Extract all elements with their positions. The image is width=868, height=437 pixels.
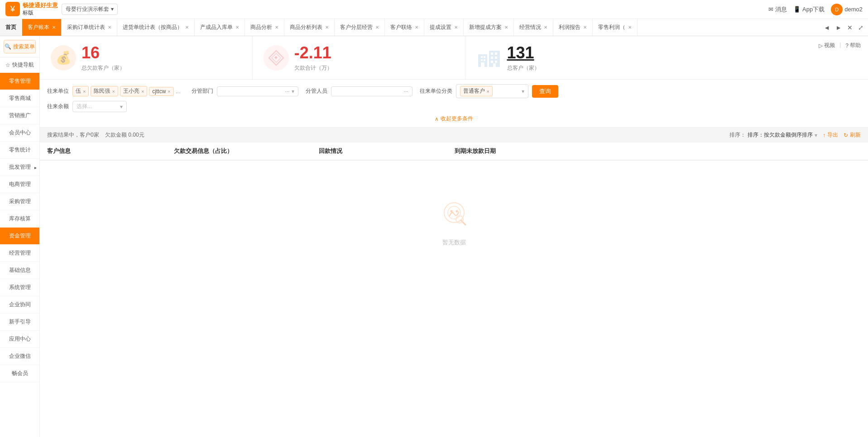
sidebar-item-finance-mgmt[interactable]: 资金管理: [0, 228, 39, 245]
remove-tag-common-customer[interactable]: ×: [487, 89, 489, 94]
tab-close-icon[interactable]: ✕: [504, 25, 508, 30]
stats-banner: 💰 16 总欠款客户（家）: [40, 36, 868, 80]
tab-customer-tier[interactable]: 客户分层经营 ✕: [335, 19, 385, 36]
tab-product-analysis-list[interactable]: 商品分析列表 ✕: [284, 19, 335, 36]
stat-debt-customers: 💰 16 总欠款客户（家）: [40, 36, 253, 79]
app-download-btn[interactable]: 📱 App下载: [793, 5, 825, 14]
tab-close-icon[interactable]: ✕: [235, 25, 239, 30]
sidebar-item-basic-info[interactable]: 基础信息: [0, 262, 39, 279]
category-filter-select[interactable]: 普通客户 × ▾: [456, 84, 528, 98]
tab-close-icon[interactable]: ✕: [628, 25, 632, 30]
export-btn[interactable]: ↑ 导出: [823, 131, 838, 139]
tab-product-analysis[interactable]: 商品分析 ✕: [245, 19, 284, 36]
more-icon: ···: [285, 88, 290, 95]
tab-close-icon[interactable]: ✕: [415, 25, 418, 30]
tab-add-promotion[interactable]: 新增提成方案 ✕: [464, 19, 514, 36]
tab-purchase-stats-by-product[interactable]: 进货单统计表（按商品） ✕: [117, 19, 195, 36]
col-due-date: 到期未放款日期: [455, 147, 861, 155]
results-bar: 搜索结果中，客户0家 欠款金额 0.00元 排序： 排序：按欠款金额倒序排序 ▾…: [40, 128, 868, 142]
search-menu-button[interactable]: 🔍 搜索菜单: [4, 40, 36, 53]
tab-next-icon[interactable]: ►: [834, 23, 844, 32]
tab-close-icon[interactable]: ✕: [185, 25, 189, 30]
building-icon: [477, 48, 501, 68]
unit-filter-tags: 伍 × 陈民强 × 王小亮 × cjttcw × ...: [72, 86, 181, 96]
tab-expand-icon[interactable]: ⤢: [856, 23, 865, 32]
sidebar-item-retail-mall[interactable]: 零售商城: [0, 90, 39, 107]
tab-close-icon[interactable]: ✕: [108, 25, 111, 30]
user-avatar-btn[interactable]: D demo2: [831, 4, 863, 15]
tab-close-icon[interactable]: ✕: [583, 25, 587, 30]
sidebar-item-vip-member[interactable]: 畅会员: [0, 365, 39, 382]
tab-close-icon[interactable]: ✕: [375, 25, 379, 30]
sidebar-item-enterprise-wechat[interactable]: 企业微信: [0, 348, 39, 365]
person-filter-select[interactable]: ···: [331, 86, 412, 96]
tab-close-icon[interactable]: ✕: [454, 25, 458, 30]
svg-rect-6: [481, 59, 483, 61]
remove-tag-chen[interactable]: ×: [112, 89, 115, 94]
sidebar-item-member-center[interactable]: 会员中心: [0, 124, 39, 142]
tab-customer-balance[interactable]: 客户账本 ✕: [22, 19, 62, 36]
top-bar: ¥ 畅捷通好生意 标版 母婴行业演示帐套 ▾ ✉ 消息 📱 App下载 D de…: [0, 0, 868, 19]
tab-close-icon[interactable]: ✕: [325, 25, 329, 30]
svg-rect-8: [481, 62, 484, 67]
sort-select[interactable]: 排序： 排序：按欠款金额倒序排序 ▾: [729, 131, 817, 139]
sidebar-item-retail-mgmt[interactable]: 零售管理: [0, 73, 39, 90]
help-btn[interactable]: ? 帮助: [845, 42, 861, 49]
enterprise-select[interactable]: 母婴行业演示帐套 ▾: [62, 4, 118, 15]
empty-illustration: [436, 197, 472, 233]
col-repayment: 回款情况: [319, 147, 455, 155]
col-debt-info: 欠款交易信息（占比）: [174, 147, 319, 155]
sidebar-item-beginner-guide[interactable]: 新手引导: [0, 314, 39, 331]
balance-filter-select[interactable]: 选择... ▾: [72, 101, 127, 112]
tab-customer-connect[interactable]: 客户联络 ✕: [385, 19, 424, 36]
sidebar-item-marketing[interactable]: 营销推广: [0, 107, 39, 124]
main-layout: 🔍 搜索菜单 ☆ 快捷导航 零售管理 零售商城 营销推广 会员中心 零售统计 批…: [0, 36, 868, 437]
sidebar-item-system-mgmt[interactable]: 系统管理: [0, 279, 39, 296]
dept-filter-select[interactable]: ··· ▾: [217, 86, 298, 96]
tab-close-icon[interactable]: ✕: [275, 25, 278, 30]
svg-point-22: [456, 216, 463, 223]
search-query-button[interactable]: 查询: [532, 85, 558, 98]
message-btn[interactable]: ✉ 消息: [768, 5, 787, 14]
tab-retail-profit[interactable]: 零售利润（ ✕: [593, 19, 638, 36]
sidebar-item-app-center[interactable]: 应用中心: [0, 331, 39, 348]
unit-filter-label: 往来单位: [47, 87, 69, 95]
sidebar-item-ecommerce-mgmt[interactable]: 电商管理: [0, 176, 39, 193]
remove-tag-wang[interactable]: ×: [141, 89, 144, 94]
remove-tag-cjttcw[interactable]: ×: [168, 89, 170, 94]
video-btn[interactable]: ▷ 视频: [819, 42, 835, 49]
sidebar-item-enterprise-cooperation[interactable]: 企业协同: [0, 296, 39, 314]
col-customer-info: 客户信息: [47, 147, 174, 155]
tab-home[interactable]: 首页: [0, 19, 22, 36]
dept-filter-label: 分管部门: [192, 87, 213, 95]
tab-close-icon[interactable]: ✕: [52, 25, 56, 30]
svg-rect-12: [491, 57, 493, 59]
tab-purchase-order-stats[interactable]: 采购订单统计表 ✕: [62, 19, 117, 36]
balance-chevron-icon: ▾: [120, 104, 123, 110]
sidebar-item-purchase-mgmt[interactable]: 采购管理: [0, 193, 39, 210]
sort-chevron-icon: ▾: [815, 132, 817, 138]
tab-product-storage[interactable]: 产成品入库单 ✕: [195, 19, 245, 36]
stat-label-debt-amount: 欠款合计（万）: [294, 64, 332, 72]
remove-tag-wu[interactable]: ×: [83, 89, 86, 94]
phone-icon: 📱: [793, 6, 801, 13]
refresh-btn[interactable]: ↻ 刷新: [844, 131, 861, 139]
tab-prev-icon[interactable]: ◄: [822, 23, 832, 32]
tab-business-status[interactable]: 经营情况 ✕: [514, 19, 553, 36]
tab-profit-report[interactable]: 利润报告 ✕: [553, 19, 593, 36]
quick-nav-button[interactable]: ☆ 快捷导航: [0, 57, 39, 73]
tab-promotion-settings[interactable]: 提成设置 ✕: [424, 19, 464, 36]
empty-state-text: 暂无数据: [442, 238, 466, 247]
sidebar-item-retail-stats[interactable]: 零售统计: [0, 142, 39, 159]
svg-rect-4: [481, 56, 483, 58]
sidebar-item-operations-mgmt[interactable]: 经营管理: [0, 245, 39, 262]
tab-close-all-icon[interactable]: ✕: [845, 23, 854, 32]
tab-close-icon[interactable]: ✕: [544, 25, 547, 30]
sidebar-item-wholesale-mgmt[interactable]: 批发管理 ▸: [0, 159, 39, 176]
sidebar-item-inventory-check[interactable]: 库存核算: [0, 210, 39, 228]
search-summary: 搜索结果中，客户0家 欠款金额 0.00元: [47, 131, 144, 139]
collapse-filter-btn[interactable]: ∧ 收起更多条件: [435, 115, 473, 123]
logo-icon: ¥: [5, 2, 20, 16]
more-tags-btn[interactable]: ...: [176, 88, 181, 95]
table-area: 客户信息 欠款交易信息（占比） 回款情况 到期未放款日期 暂无数据: [40, 142, 868, 437]
